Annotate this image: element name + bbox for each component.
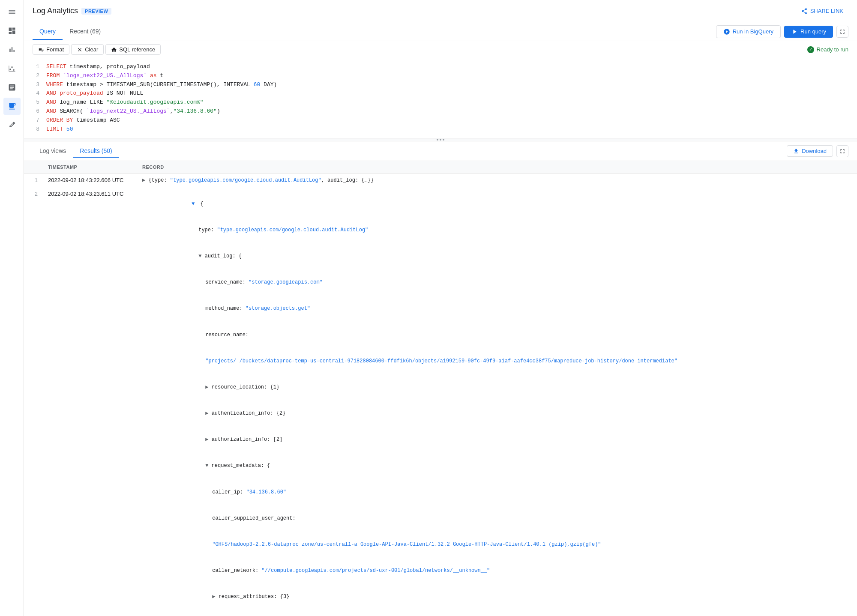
ready-to-run-status: ✓ Ready to run bbox=[807, 46, 848, 53]
page-title: Log Analytics bbox=[33, 6, 78, 15]
preview-badge: PREVIEW bbox=[81, 8, 111, 15]
run-query-button[interactable]: Run query bbox=[784, 26, 833, 38]
timestamp-cell: 2022-09-02 18:43:23.611 UTC bbox=[41, 187, 135, 616]
format-button[interactable]: Format bbox=[33, 44, 69, 55]
download-button[interactable]: Download bbox=[787, 145, 833, 157]
svg-point-0 bbox=[9, 69, 11, 70]
bigquery-icon bbox=[723, 28, 730, 35]
code-line-3: 3 WHERE timestamp > TIMESTAMP_SUB(CURREN… bbox=[33, 81, 848, 90]
expand-icon bbox=[839, 28, 846, 35]
chart-bar-icon[interactable] bbox=[3, 41, 21, 58]
tab-results[interactable]: Results (50) bbox=[73, 145, 119, 158]
timestamp-cell: 2022-09-02 18:43:22.606 UTC bbox=[41, 173, 135, 187]
logs-icon[interactable] bbox=[3, 79, 21, 96]
expand-request-attrs[interactable]: ▶ bbox=[212, 592, 215, 601]
svg-point-1 bbox=[11, 66, 12, 68]
toolbar-left: Format Clear SQL reference bbox=[33, 44, 161, 55]
run-in-bigquery-button[interactable]: Run in BigQuery bbox=[716, 25, 781, 38]
row-number: 1 bbox=[24, 173, 41, 187]
table-row-expanded: 2 2022-09-02 18:43:23.611 UTC ▼ { type: … bbox=[24, 187, 857, 616]
download-icon bbox=[793, 148, 799, 154]
ready-dot: ✓ bbox=[807, 46, 814, 53]
code-line-6: 6 AND SEARCH( `logs_next22_US._AllLogs`,… bbox=[33, 107, 848, 116]
collapse-row-arrow[interactable]: ▼ bbox=[192, 201, 195, 207]
col-header-record: RECORD bbox=[135, 161, 857, 173]
share-icon bbox=[801, 8, 808, 15]
resize-handle[interactable] bbox=[24, 138, 857, 141]
dashboard-icon[interactable] bbox=[3, 22, 21, 39]
results-expand-button[interactable] bbox=[836, 145, 848, 157]
expand-request-metadata[interactable]: ▼ bbox=[205, 461, 208, 470]
code-line-2: 2 FROM `logs_next22_US._AllLogs` as t bbox=[33, 72, 848, 81]
play-icon bbox=[791, 28, 798, 35]
svg-point-2 bbox=[13, 69, 14, 71]
code-line-8: 8 LIMIT 50 bbox=[33, 125, 848, 134]
expand-resource-location[interactable]: ▶ bbox=[205, 383, 208, 392]
code-line-5: 5 AND log_name LIKE "%cloudaudit.googlea… bbox=[33, 98, 848, 107]
col-header-timestamp: TIMESTAMP bbox=[41, 161, 135, 173]
expand-auth-info[interactable]: ▶ bbox=[205, 409, 208, 418]
table-header: TIMESTAMP RECORD bbox=[24, 161, 857, 173]
query-analytics-icon[interactable] bbox=[3, 98, 21, 115]
menu-icon[interactable] bbox=[3, 3, 21, 21]
expand-authz-info[interactable]: ▶ bbox=[205, 435, 208, 444]
expand-button[interactable] bbox=[836, 26, 848, 38]
tab-recent[interactable]: Recent (69) bbox=[63, 24, 108, 40]
clear-icon bbox=[77, 47, 83, 53]
record-cell-expanded: ▼ { type: "type.googleapis.com/google.cl… bbox=[135, 187, 857, 616]
code-line-7: 7 ORDER BY timestamp ASC bbox=[33, 116, 848, 125]
col-header-num bbox=[24, 161, 41, 173]
notes-icon[interactable] bbox=[3, 117, 21, 134]
results-tabs: Log views Results (50) bbox=[33, 145, 119, 157]
data-table: TIMESTAMP RECORD 1 2022-09-02 18:43:22.6… bbox=[24, 161, 857, 616]
main-content: Log Analytics PREVIEW SHARE LINK Query R… bbox=[24, 0, 857, 616]
tab-right-controls: Run in BigQuery Run query bbox=[716, 25, 848, 38]
table-row: 1 2022-09-02 18:43:22.606 UTC ▶ {type: "… bbox=[24, 173, 857, 187]
tab-log-views[interactable]: Log views bbox=[33, 145, 73, 158]
sidebar bbox=[0, 0, 24, 616]
main-tabs: Query Recent (69) bbox=[33, 24, 108, 39]
row-number: 2 bbox=[24, 187, 41, 616]
results-header: Log views Results (50) Download bbox=[24, 141, 857, 161]
table-body: 1 2022-09-02 18:43:22.606 UTC ▶ {type: "… bbox=[24, 173, 857, 616]
format-icon bbox=[38, 47, 44, 53]
toolbar: Format Clear SQL reference ✓ Ready to ru… bbox=[24, 41, 857, 58]
sql-icon bbox=[111, 47, 117, 53]
expand-audit-log[interactable]: ▼ bbox=[198, 252, 201, 260]
expand-row-arrow[interactable]: ▶ bbox=[142, 177, 145, 183]
results-expand-icon bbox=[839, 148, 846, 155]
clear-button[interactable]: Clear bbox=[71, 44, 104, 55]
share-link-button[interactable]: SHARE LINK bbox=[796, 5, 848, 17]
code-line-1: 1 SELECT timestamp, proto_payload bbox=[33, 63, 848, 72]
sql-reference-button[interactable]: SQL reference bbox=[105, 44, 161, 55]
results-table: TIMESTAMP RECORD 1 2022-09-02 18:43:22.6… bbox=[24, 161, 857, 616]
share-link-label: SHARE LINK bbox=[810, 8, 843, 14]
record-cell: ▶ {type: "type.googleapis.com/google.clo… bbox=[135, 173, 857, 187]
scatter-icon[interactable] bbox=[3, 60, 21, 77]
header: Log Analytics PREVIEW SHARE LINK bbox=[24, 0, 857, 22]
code-line-4: 4 AND proto_payload IS NOT NULL bbox=[33, 89, 848, 98]
resize-dots bbox=[437, 139, 444, 141]
code-editor[interactable]: 1 SELECT timestamp, proto_payload 2 FROM… bbox=[24, 58, 857, 138]
results-panel: Log views Results (50) Download bbox=[24, 141, 857, 616]
tab-query[interactable]: Query bbox=[33, 24, 63, 40]
header-left: Log Analytics PREVIEW bbox=[33, 6, 111, 15]
tabs-row: Query Recent (69) Run in BigQuery Run qu… bbox=[24, 22, 857, 41]
